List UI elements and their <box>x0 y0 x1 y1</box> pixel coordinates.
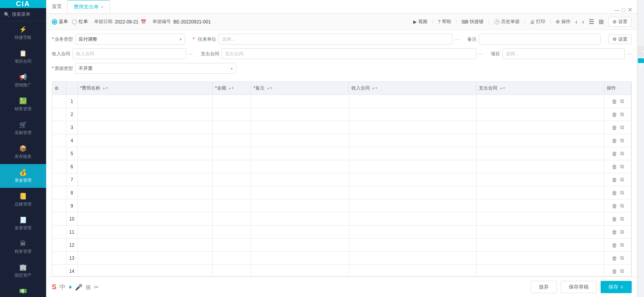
row-copy-btn[interactable]: ⧉ <box>619 215 625 223</box>
business-type-input[interactable]: 应付调整 ▾ <box>75 34 185 45</box>
print-action[interactable]: 🖨 打印 <box>530 18 545 25</box>
row-remark[interactable] <box>251 239 349 252</box>
sidebar-item-fixed-assets[interactable]: 🏢 固定资产 <box>0 259 46 283</box>
row-expense-contract[interactable] <box>477 186 604 199</box>
project-input[interactable]: 选择... <box>502 48 625 59</box>
row-remark[interactable] <box>251 199 349 212</box>
row-income-contract[interactable] <box>349 226 477 239</box>
row-copy-btn[interactable]: ⧉ <box>619 241 625 249</box>
expense-contract-input[interactable]: 支出合同 <box>222 48 476 59</box>
row-income-contract[interactable] <box>349 199 477 212</box>
row-amount[interactable] <box>213 160 251 173</box>
date-value[interactable]: 2022-09-21 <box>115 19 138 25</box>
row-amount[interactable] <box>213 212 251 226</box>
row-amount[interactable] <box>213 252 251 265</box>
row-remark[interactable] <box>251 186 349 199</box>
row-remark[interactable] <box>251 212 349 226</box>
sidebar-item-tax-mgmt[interactable]: 🏛 税务管理 <box>0 236 46 259</box>
sidebar-item-sales-promo[interactable]: 📢 营销推广 <box>0 69 46 93</box>
row-expense-name[interactable] <box>78 160 213 173</box>
window-minimize-btn[interactable]: — <box>614 7 620 13</box>
discard-btn[interactable]: 放弃 <box>531 281 557 293</box>
counterpart-dots-btn[interactable]: ··· <box>455 36 460 42</box>
col-settings[interactable]: ⚙ <box>52 82 66 95</box>
sidebar-item-inventory[interactable]: 📦 库存核算 <box>0 140 46 164</box>
remark-input[interactable] <box>479 34 601 45</box>
tab-home[interactable]: 首页 <box>46 0 68 13</box>
row-amount[interactable] <box>213 226 251 239</box>
row-expense-contract[interactable] <box>477 134 604 147</box>
row-amount[interactable] <box>213 108 251 121</box>
row-expense-contract[interactable] <box>477 239 604 252</box>
row-delete-btn[interactable]: 🗑 <box>611 137 618 144</box>
expense-contract-dots[interactable]: ··· <box>478 51 483 57</box>
income-contract-input[interactable]: 收入合同 <box>73 48 186 59</box>
col-expense-contract[interactable]: 支出合同 ▲▼ <box>477 82 604 95</box>
field-settings-btn[interactable]: ⚙ 设置 <box>608 35 632 44</box>
invoice-type-input[interactable]: 不开票 ▾ <box>75 63 236 74</box>
row-copy-btn[interactable]: ⧉ <box>619 267 625 275</box>
counterpart-input[interactable]: 选择... <box>219 34 453 45</box>
row-expense-name[interactable] <box>78 95 213 108</box>
nav-prev-btn[interactable]: ‹ <box>575 18 577 25</box>
row-income-contract[interactable] <box>349 121 477 134</box>
row-copy-btn[interactable]: ⧉ <box>619 254 625 262</box>
row-copy-btn[interactable]: ⧉ <box>619 149 625 158</box>
sidebar-item-payroll[interactable]: 💵 工资 <box>0 283 46 297</box>
row-delete-btn[interactable]: 🗑 <box>611 215 618 223</box>
row-remark[interactable] <box>251 265 349 277</box>
history-action[interactable]: 🕐 历史单据 <box>494 18 520 25</box>
row-copy-btn[interactable]: ⧉ <box>619 202 625 210</box>
right-btn-attach[interactable]: 附 <box>638 46 644 51</box>
row-delete-btn[interactable]: 🗑 <box>611 124 618 131</box>
tab-close-btn[interactable]: × <box>101 5 103 9</box>
calendar-icon[interactable]: 📅 <box>141 19 146 25</box>
row-amount[interactable] <box>213 173 251 186</box>
row-expense-contract[interactable] <box>477 108 604 121</box>
row-copy-btn[interactable]: ⧉ <box>619 163 625 171</box>
row-expense-contract[interactable] <box>477 212 604 226</box>
project-dots[interactable]: ··· <box>627 51 632 57</box>
window-maximize-btn[interactable]: □ <box>622 7 625 13</box>
sidebar-item-capital-mgmt[interactable]: 💰 资金管理 <box>0 164 46 188</box>
radio-blue[interactable]: 蓝单 <box>52 18 68 25</box>
row-delete-btn[interactable]: 🗑 <box>611 241 618 249</box>
row-amount[interactable] <box>213 239 251 252</box>
row-delete-btn[interactable]: 🗑 <box>611 254 618 262</box>
row-expense-contract[interactable] <box>477 160 604 173</box>
income-contract-dots[interactable]: ··· <box>189 51 193 57</box>
tab-expense[interactable]: 费用支出单 × <box>68 0 110 13</box>
bottom-icon-grid[interactable]: ⊞ <box>86 284 91 291</box>
radio-red[interactable]: 红单 <box>72 18 88 25</box>
row-expense-name[interactable] <box>78 186 213 199</box>
row-delete-btn[interactable]: 🗑 <box>611 176 618 184</box>
sidebar-search[interactable]: 🔍 搜索菜单 <box>0 8 46 21</box>
window-close-btn[interactable]: ✕ <box>627 6 632 13</box>
row-expense-name[interactable] <box>78 226 213 239</box>
save-btn[interactable]: 保存 ∨ <box>601 281 632 293</box>
row-expense-name[interactable] <box>78 108 213 121</box>
row-expense-contract[interactable] <box>477 199 604 212</box>
sidebar-item-project-contract[interactable]: 📋 项目合同 <box>0 45 46 69</box>
row-copy-btn[interactable]: ⧉ <box>619 136 625 144</box>
row-income-contract[interactable] <box>349 186 477 199</box>
sidebar-item-purchase-mgmt[interactable]: 🛒 采购管理 <box>0 116 46 140</box>
row-delete-btn[interactable]: 🗑 <box>611 98 618 105</box>
row-income-contract[interactable] <box>349 212 477 226</box>
row-income-contract[interactable] <box>349 265 477 277</box>
bottom-icon-scissors[interactable]: ✂ <box>94 284 99 291</box>
row-income-contract[interactable] <box>349 252 477 265</box>
video-action[interactable]: ▶ 视频 <box>413 18 427 25</box>
row-copy-btn[interactable]: ⧉ <box>619 176 625 184</box>
sidebar-item-sales-mgmt[interactable]: 💹 销售管理 <box>0 93 46 116</box>
help-action[interactable]: ? 帮助 <box>438 18 451 25</box>
row-delete-btn[interactable]: 🗑 <box>611 163 618 171</box>
row-amount[interactable] <box>213 186 251 199</box>
row-income-contract[interactable] <box>349 134 477 147</box>
row-income-contract[interactable] <box>349 108 477 121</box>
row-expense-name[interactable] <box>78 121 213 134</box>
row-copy-btn[interactable]: ⧉ <box>619 228 625 236</box>
row-delete-btn[interactable]: 🗑 <box>611 111 618 118</box>
row-copy-btn[interactable]: ⧉ <box>619 123 625 131</box>
col-amount[interactable]: *金额 ▲▼ <box>213 82 251 95</box>
